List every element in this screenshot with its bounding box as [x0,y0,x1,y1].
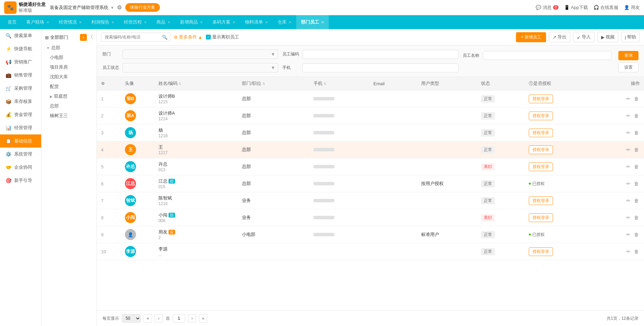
dept-item-zongbu-child[interactable]: 总部 [42,101,97,111]
next-page-btn[interactable]: › [188,314,196,323]
current-page-input[interactable] [173,314,185,323]
tab-new-goods[interactable]: 新增商品✕ [175,15,208,29]
delete-btn[interactable]: 🗑 [634,232,639,237]
app-download-btn[interactable]: 📱 App下载 [564,5,588,11]
sidebar-item-sales[interactable]: 💼 销售管理 [0,69,41,82]
th-name[interactable]: 姓名/编码 ⇅ [154,77,238,90]
empname-filter-input[interactable] [483,51,611,60]
view-button[interactable]: ▶ 视频 [597,32,618,42]
auth-login-btn[interactable]: 授权登录 [529,162,553,171]
edit-btn[interactable]: ✏ [626,147,631,152]
edit-btn[interactable]: ✏ [626,215,631,220]
sidebar-item-nav[interactable]: ⚡ 快捷导航 [0,42,41,55]
delete-btn[interactable]: 🗑 [634,147,639,152]
sidebar-item-system[interactable]: ⚙️ 系统管理 [0,148,41,161]
last-page-btn[interactable]: » [199,314,207,323]
search-input[interactable] [101,33,170,42]
set-button[interactable]: 设置 [618,62,638,72]
dept-item-peihuo[interactable]: 配货 [42,82,97,91]
delete-btn[interactable]: 🗑 [634,198,639,203]
dept-item-shuangting[interactable]: ▶ 双庭想 [42,91,97,101]
sidebar-item-basic-info[interactable]: 📋 基础信息 [0,134,41,148]
sidebar-item-finance[interactable]: 💰 资金管理 [0,108,41,121]
edit-btn[interactable]: ✏ [626,249,631,254]
dept-filter-select[interactable]: ▼ [123,50,278,59]
message-btn[interactable]: 💬 消息 6 [536,5,559,11]
export-button[interactable]: ↗ 导出 [549,32,570,42]
tab-profit[interactable]: 利润报告✕ [87,15,119,29]
delete-btn[interactable]: 🗑 [634,164,639,169]
dept-add-btn[interactable]: + [80,34,87,41]
per-page-select[interactable]: 50 20 100 [122,314,141,323]
dept-collapse-btn[interactable]: 《 [88,34,93,41]
dept-item-shenyang[interactable]: 沈阳大库 [42,72,97,82]
dept-item-nanshu[interactable]: 楠树王三 [42,111,97,121]
close-icon[interactable]: ✕ [233,20,235,24]
tab-home[interactable]: 首页 [3,15,21,29]
auth-login-btn[interactable]: 授权登录 [529,129,553,137]
auth-login-btn[interactable]: 授权登录 [529,146,553,154]
add-employee-button[interactable]: + 新增员工 [516,32,546,42]
tab-department[interactable]: 部门员工✕ [296,15,329,29]
close-icon[interactable]: ✕ [265,20,268,24]
first-page-btn[interactable]: « [144,314,152,323]
edit-btn[interactable]: ✏ [626,198,631,203]
edit-btn[interactable]: ✏ [626,96,631,102]
edit-btn[interactable]: ✏ [626,113,631,118]
phone-filter-input[interactable] [302,63,458,72]
delete-btn[interactable]: 🗑 [634,130,639,135]
sidebar-item-guide[interactable]: 🎯 新手引导 [0,174,41,187]
delete-btn[interactable]: 🗑 [634,181,639,186]
tab-goods[interactable]: 商品✕ [152,15,175,29]
user-btn[interactable]: 👤 用友 [624,5,640,11]
close-icon[interactable]: ✕ [200,20,203,24]
search-submit-icon[interactable]: 🔍 [162,35,167,40]
dept-item-xiangmuku[interactable]: 项目库房 [42,62,97,72]
close-icon[interactable]: ✕ [321,20,324,24]
edit-btn[interactable]: ✏ [626,232,631,237]
edit-btn[interactable]: ✏ [626,164,631,169]
tab-warehouse[interactable]: 仓库✕ [273,15,296,29]
close-icon[interactable]: ✕ [79,20,82,24]
status-filter-select[interactable]: ▼ [123,63,278,72]
dept-item-zongbu-root[interactable]: ▼ 总部 [42,43,97,53]
sidebar-item-inventory[interactable]: 📦 库存核算 [0,95,41,108]
close-icon[interactable]: ✕ [289,20,291,24]
auth-login-btn[interactable]: 授权登录 [529,112,553,120]
sidebar-item-purchase[interactable]: 🛒 采购管理 [0,82,41,95]
tab-barcode[interactable]: 条码方案✕ [208,15,240,29]
sidebar-item-marketing[interactable]: 📢 营销推广 [0,55,41,69]
delete-btn[interactable]: 🗑 [634,113,639,118]
edit-btn[interactable]: ✏ [626,130,631,135]
auth-login-btn[interactable]: 授权登录 [529,247,553,256]
sidebar-item-management[interactable]: 📊 经营管理 [0,121,41,134]
online-service-btn[interactable]: 🎧 在线客服 [593,5,618,11]
tab-customer[interactable]: 客户联络✕ [21,15,54,29]
import-button[interactable]: ↙ 导入 [573,32,595,42]
dept-item-xiaodibu[interactable]: 小电部 [42,53,97,62]
th-settings[interactable]: ⚙ [97,77,121,90]
empcode-filter-input[interactable] [302,50,458,59]
close-icon[interactable]: ✕ [111,20,114,24]
show-resigned-toggle[interactable]: ✓ 显示离职员工 [206,34,239,40]
system-dropdown-arrow[interactable]: ▼ [110,6,114,10]
help-button[interactable]: | 帮助 [621,32,640,42]
auth-login-btn[interactable]: 授权登录 [529,196,553,205]
tab-bom[interactable]: 物料清单✕ [240,15,273,29]
settings-icon[interactable]: ⚙ [117,4,122,11]
close-icon[interactable]: ✕ [144,20,147,24]
trial-button[interactable]: 体验行业方案 [125,3,160,12]
delete-btn[interactable]: 🗑 [634,249,639,254]
th-dept[interactable]: 部门/职位 ⇅ [238,77,309,90]
prev-page-btn[interactable]: ‹ [155,314,163,323]
sidebar-item-collab[interactable]: 🤝 企业协同 [0,161,41,174]
close-icon[interactable]: ✕ [167,20,170,24]
close-icon[interactable]: ✕ [46,20,49,24]
edit-btn[interactable]: ✏ [626,181,631,186]
auth-login-btn[interactable]: 授权登录 [529,213,553,222]
query-button[interactable]: 查询 [618,51,638,60]
delete-btn[interactable]: 🗑 [634,96,639,102]
tab-history[interactable]: 经营历程✕ [119,15,152,29]
auth-login-btn[interactable]: 授权登录 [529,95,553,103]
more-conditions-btn[interactable]: ⚙ 更多条件 ▲ [174,34,202,40]
